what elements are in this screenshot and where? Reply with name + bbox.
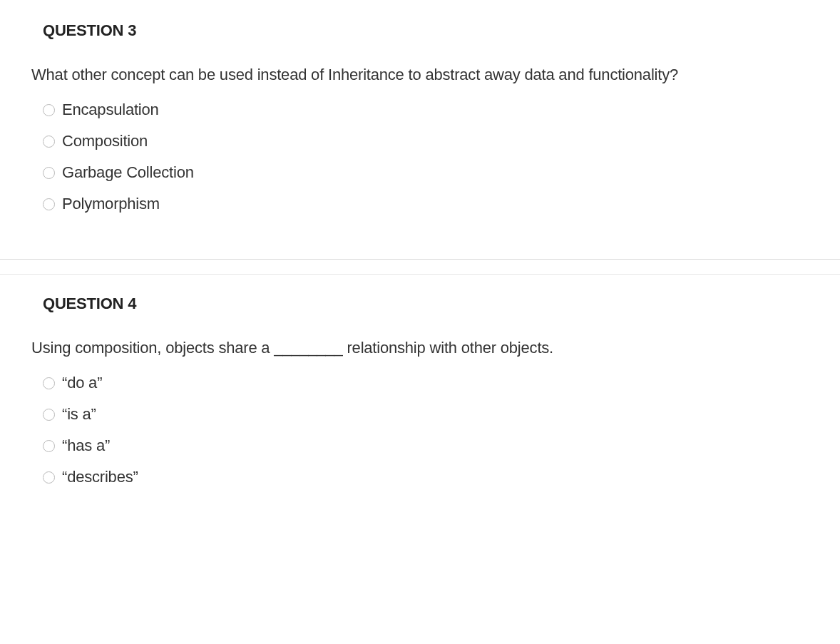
option-label: Garbage Collection [62,163,194,182]
option-label: Composition [62,132,148,150]
answer-option[interactable]: “do a” [43,367,840,399]
answer-option[interactable]: Polymorphism [43,188,840,220]
question-block: QUESTION 4 Using composition, objects sh… [0,275,840,532]
answer-option[interactable]: “describes” [43,461,840,493]
option-label: “has a” [62,436,110,455]
answer-option[interactable]: “has a” [43,430,840,461]
question-title: QUESTION 3 [43,21,840,40]
answer-option[interactable]: “is a” [43,399,840,430]
option-label: Polymorphism [62,195,160,213]
radio-icon [43,104,55,116]
radio-icon [43,136,55,148]
question-block: QUESTION 3 What other concept can be use… [0,14,840,259]
question-prompt: What other concept can be used instead o… [31,66,840,84]
radio-icon [43,377,55,389]
radio-icon [43,440,55,452]
radio-icon [43,409,55,421]
option-label: “is a” [62,405,96,424]
answer-option[interactable]: Encapsulation [43,94,840,126]
option-label: “describes” [62,468,138,486]
option-label: Encapsulation [62,101,159,119]
option-label: “do a” [62,374,102,392]
radio-icon [43,198,55,210]
separator-line [0,259,840,260]
radio-icon [43,167,55,179]
radio-icon [43,471,55,484]
answer-option[interactable]: Garbage Collection [43,157,840,188]
answer-option[interactable]: Composition [43,126,840,157]
question-title: QUESTION 4 [43,295,840,313]
quiz-page: QUESTION 3 What other concept can be use… [0,0,840,561]
question-prompt: Using composition, objects share a _____… [31,339,840,357]
